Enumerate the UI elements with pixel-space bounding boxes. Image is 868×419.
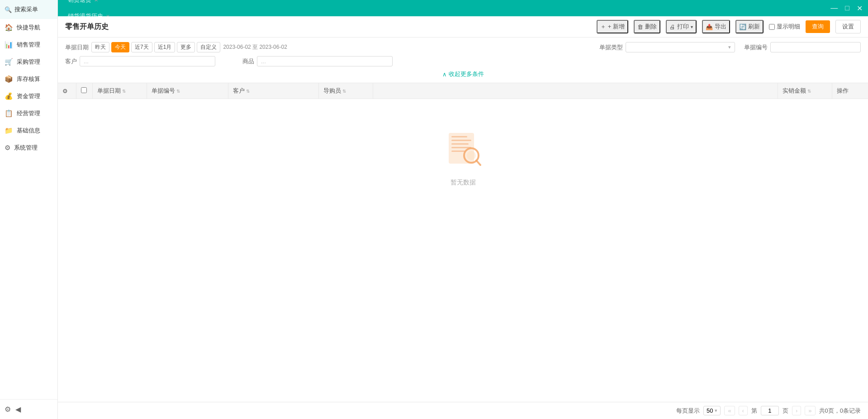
bill-type-chevron-icon: ▾ [728, 44, 731, 50]
collapse-filter-btn[interactable]: ∧ 收起更多条件 [65, 70, 861, 78]
last-page-btn[interactable]: » [805, 406, 815, 415]
date-filter-label: 单据日期 [65, 43, 89, 52]
product-placeholder: ... [261, 58, 389, 65]
close-btn[interactable]: ✕ [855, 4, 864, 13]
filter-row-1: 单据日期 昨天今天近7天近1月更多自定义 2023-06-02 至 2023-0… [65, 42, 861, 52]
tab-close-sales-return[interactable]: ✕ [94, 0, 98, 3]
th-label-bill_no: 单据编号 [152, 87, 175, 95]
th-date[interactable]: 单据日期⇅ [92, 83, 147, 99]
sidebar-item-quick-nav[interactable]: 🏠快捷导航 [0, 19, 57, 36]
th-checkbox [76, 83, 92, 99]
add-button[interactable]: ＋ + 新增 [597, 20, 628, 33]
tab-label-sales-return: 销货退货 [68, 0, 91, 4]
bill-type-select[interactable]: ▾ [626, 42, 735, 52]
refresh-button[interactable]: 🔄 刷新 [735, 20, 764, 33]
collapse-icon: ∧ [442, 71, 447, 78]
refresh-icon: 🔄 [739, 24, 746, 30]
svg-rect-3 [451, 143, 469, 145]
bill-type-filter-group: 单据类型 ▾ [599, 42, 735, 52]
sidebar-item-sales-mgmt[interactable]: 📊销售管理 [0, 36, 57, 53]
product-label: 商品 [242, 57, 254, 66]
date-range-text: 2023-06-02 至 2023-06-02 [223, 43, 287, 51]
nav-icon-quick-nav: 🏠 [5, 24, 13, 32]
maximize-btn[interactable]: □ [843, 4, 851, 12]
bill-no-placeholder [774, 44, 857, 51]
th-guide[interactable]: 导购员⇅ [318, 83, 373, 99]
tab-sales-return[interactable]: 销货退货✕ [62, 0, 116, 8]
top-nav: 首页销售订单✕销货退货✕销货退货历史✕零售开单✕零售开单历史✕ — □ ✕ [58, 0, 868, 16]
nav-icon-basic-info: 📁 [5, 127, 13, 135]
sidebar-item-basic-info[interactable]: 📁基础信息 [0, 122, 57, 139]
th-customer[interactable]: 客户⇅ [228, 83, 318, 99]
sidebar-item-operations[interactable]: 📋经营管理 [0, 105, 57, 122]
nav-icon-inventory: 📦 [5, 75, 13, 83]
pagination-bar: 每页显示 50 ▾ « ‹ 第 页 › » 共0页，0条记录 [58, 402, 868, 419]
date-btn-last_month[interactable]: 近1月 [154, 42, 175, 52]
svg-point-7 [467, 151, 476, 160]
page-input[interactable] [761, 406, 779, 415]
prev-page-btn[interactable]: ‹ [739, 406, 748, 415]
main-area: 首页销售订单✕销货退货✕销货退货历史✕零售开单✕零售开单历史✕ — □ ✕ 零售… [58, 0, 868, 419]
sidebar-search[interactable]: 🔍 搜索采单 [0, 0, 57, 19]
delete-button[interactable]: 🗑 删除 [634, 20, 660, 33]
nav-label-finance: 资金管理 [17, 92, 40, 100]
sidebar-footer: ⚙ ◀ [0, 399, 57, 419]
th-bill_no[interactable]: 单据编号⇅ [147, 83, 228, 99]
per-page-select[interactable]: 50 ▾ [703, 406, 721, 415]
sidebar: 🔍 搜索采单 🏠快捷导航📊销售管理🛒采购管理📦库存核算💰资金管理📋经营管理📁基础… [0, 0, 58, 419]
next-page-btn[interactable]: › [792, 406, 801, 415]
page-suffix: 页 [783, 407, 788, 415]
nav-icon-finance: 💰 [5, 92, 13, 100]
sidebar-item-purchase-mgmt[interactable]: 🛒采购管理 [0, 53, 57, 71]
sidebar-item-finance[interactable]: 💰资金管理 [0, 88, 57, 105]
date-btn-more[interactable]: 更多 [177, 42, 195, 52]
display-detail-input[interactable] [769, 24, 775, 30]
query-button[interactable]: 查询 [806, 20, 830, 33]
svg-rect-1 [451, 136, 467, 137]
nav-icon-sales-mgmt: 📊 [5, 41, 13, 49]
empty-state-text: 暂无数据 [451, 179, 476, 187]
table-settings-icon[interactable]: ⚙ [62, 88, 68, 94]
customer-label: 客户 [65, 57, 77, 66]
content-area: 零售开单历史 ＋ + 新增 🗑 删除 🖨 打印 ▾ 📤 导出 [58, 16, 868, 419]
select-all-checkbox[interactable] [81, 87, 87, 93]
footer-collapse-btn[interactable]: ◀ [15, 405, 21, 414]
date-btn-today[interactable]: 今天 [111, 42, 129, 52]
date-filter-buttons: 昨天今天近7天近1月更多自定义 [91, 42, 220, 52]
th-label-guide: 导购员 [323, 87, 341, 95]
total-info: 共0页，0条记录 [819, 407, 861, 415]
th-label-customer: 客户 [233, 87, 245, 95]
date-btn-custom[interactable]: 自定义 [197, 42, 220, 52]
nav-label-sales-mgmt: 销售管理 [17, 41, 40, 49]
display-detail-checkbox[interactable]: 显示明细 [769, 23, 800, 31]
search-icon: 🔍 [5, 6, 12, 13]
sidebar-item-inventory[interactable]: 📦库存核算 [0, 71, 57, 88]
product-input[interactable]: ... [257, 56, 393, 66]
table-container: ⚙单据日期⇅单据编号⇅客户⇅导购员⇅实销金额⇅操作 [58, 83, 868, 402]
nav-label-operations: 经营管理 [17, 109, 40, 118]
sort-icon-date: ⇅ [122, 89, 126, 94]
filter-area: 单据日期 昨天今天近7天近1月更多自定义 2023-06-02 至 2023-0… [58, 38, 868, 83]
refresh-label: 刷新 [748, 23, 760, 31]
per-page-label: 每页显示 [676, 407, 700, 415]
nav-label-purchase-mgmt: 采购管理 [17, 58, 40, 66]
date-btn-yesterday[interactable]: 昨天 [91, 42, 109, 52]
sidebar-item-system[interactable]: ⚙系统管理 [0, 139, 57, 156]
print-button[interactable]: 🖨 打印 ▾ [666, 20, 697, 33]
minimize-btn[interactable]: — [829, 4, 840, 12]
sort-icon-customer: ⇅ [246, 89, 250, 94]
add-icon: ＋ [600, 23, 606, 31]
date-btn-last7days[interactable]: 近7天 [131, 42, 152, 52]
customer-placeholder: ... [84, 58, 211, 65]
footer-settings-btn[interactable]: ⚙ [5, 405, 11, 414]
bill-no-input[interactable] [770, 42, 861, 52]
first-page-btn[interactable]: « [724, 406, 735, 415]
empty-state: 暂无数据 [58, 99, 868, 214]
settings-button[interactable]: 设置 [835, 20, 861, 33]
sort-icon-bill_no: ⇅ [176, 89, 180, 94]
th-amount[interactable]: 实销金额⇅ [778, 83, 832, 99]
th-label-action: 操作 [837, 87, 849, 94]
export-button[interactable]: 📤 导出 [702, 20, 730, 33]
toolbar: 零售开单历史 ＋ + 新增 🗑 删除 🖨 打印 ▾ 📤 导出 [58, 16, 868, 38]
customer-input[interactable]: ... [80, 56, 215, 66]
